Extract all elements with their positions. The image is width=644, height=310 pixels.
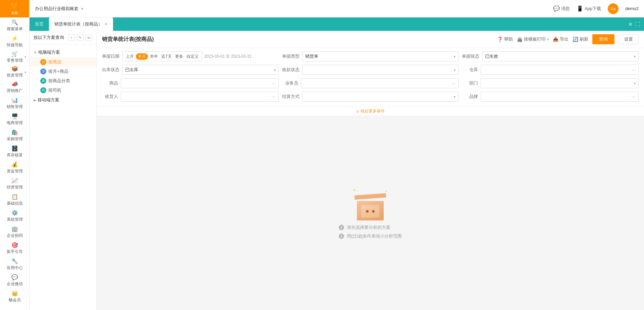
warehouse-input[interactable]: ··· bbox=[481, 65, 639, 75]
preset-custom[interactable]: 自定义 bbox=[185, 53, 200, 60]
settlement-label: 结算方式 bbox=[282, 94, 302, 100]
receiver-input[interactable]: ··· bbox=[121, 92, 279, 102]
sidebar-item-label: 采购管理 bbox=[7, 136, 23, 142]
sidebar-item-inventory[interactable]: 🗄️ 库存核算 bbox=[0, 144, 30, 160]
scheme-add-btn[interactable]: + bbox=[68, 34, 75, 41]
sidebar-item-system[interactable]: ⚙️ 系统管理 bbox=[0, 208, 30, 224]
filter-salesperson: 业务员 ··· bbox=[282, 78, 459, 88]
filter-section: 单据日期 上月 本月 本年 近7天 更多 自定义 20 bbox=[97, 48, 644, 116]
receiver-dots[interactable]: ··· bbox=[272, 94, 276, 99]
help-btn[interactable]: ❓ 帮助 bbox=[497, 36, 513, 42]
right-panel: 销货单统计表(按商品) ❓ 帮助 🖨️ 按模板打印 ▾ 📤 导出 bbox=[97, 31, 644, 310]
preset-last-month[interactable]: 上月 bbox=[124, 53, 135, 60]
sidebar-item-appcenter[interactable]: 🔧 应用中心 bbox=[0, 256, 30, 272]
retail-expand-icon: ▼ bbox=[24, 56, 27, 59]
sidebar-item-enterprise[interactable]: 🏢 企业协同 bbox=[0, 224, 30, 240]
refresh-btn[interactable]: 🔄 刷新 bbox=[573, 36, 588, 42]
sidebar-item-label: 零售管理 bbox=[7, 58, 23, 63]
collapse-bar[interactable]: ∧ 收起更多条件 bbox=[97, 106, 644, 116]
sidebar-item-wechat[interactable]: 💬 企业微信 bbox=[0, 272, 30, 289]
sidebar-item-marketing[interactable]: 📣 营销推广 bbox=[0, 79, 30, 95]
scheme-panel-title: 按以下方案查询 bbox=[34, 35, 64, 41]
department-select[interactable]: ▾ bbox=[481, 78, 639, 88]
sidebar-item-sales[interactable]: 📊 销售管理 bbox=[0, 95, 30, 111]
sidebar-item-retail[interactable]: 🛒 零售管理 ▼ bbox=[0, 50, 30, 64]
tab-home[interactable]: 首页 bbox=[30, 17, 49, 31]
bill-type-value: 销货单 bbox=[305, 53, 318, 59]
header-dropdown-arrow[interactable]: ▾ bbox=[81, 6, 83, 11]
stock-status-value: 已出库 bbox=[125, 67, 138, 73]
page-actions: ❓ 帮助 🖨️ 按模板打印 ▾ 📤 导出 🔄 刷新 bbox=[497, 34, 639, 44]
sidebar-item-purchase[interactable]: 🛍️ 采购管理 bbox=[0, 127, 30, 144]
brand-input[interactable]: ··· bbox=[481, 92, 639, 102]
scheme-group-mobile-header[interactable]: ▶ 移动端方案 bbox=[30, 95, 96, 105]
sidebar-item-finance[interactable]: 💰 资金管理 bbox=[0, 160, 30, 176]
print-dropdown-arrow[interactable]: ▾ bbox=[547, 38, 549, 41]
tab-home-label: 首页 bbox=[35, 21, 44, 27]
bill-status-select[interactable]: 已生效 ▾ bbox=[482, 51, 639, 61]
preset-more[interactable]: 更多 bbox=[174, 53, 184, 60]
box-face bbox=[361, 205, 379, 218]
salesperson-dots[interactable]: ··· bbox=[452, 81, 456, 86]
settlement-arrow: ▾ bbox=[454, 95, 455, 99]
sidebar-item-member[interactable]: 👑 畅会员 bbox=[0, 289, 30, 305]
logo-text: 标账 bbox=[11, 11, 18, 15]
bill-status-arrow: ▾ bbox=[634, 55, 636, 58]
empty-illustration: ✦ ✦ bbox=[352, 187, 389, 220]
results-area: ✦ ✦ 1 请先选择要分析的方案 2 用[过滤]条件来缩小分析范围 bbox=[97, 116, 644, 310]
sidebar-item-operations[interactable]: 📈 经营管理 bbox=[0, 176, 30, 192]
hint-num-1: 1 bbox=[339, 225, 344, 230]
header-right: 💬 消息 📱 App下载 Ea demo2 bbox=[553, 3, 639, 14]
collapse-label: 收起更多条件 bbox=[361, 108, 385, 114]
sidebar-item-label: 企业协同 bbox=[7, 233, 23, 239]
setting-btn[interactable]: 设置 bbox=[619, 34, 639, 44]
scheme-child-by-cashier[interactable]: 司 按司机 bbox=[30, 86, 96, 95]
scheme-child-by-product[interactable]: 按 按商品 bbox=[30, 57, 96, 67]
stock-status-select[interactable]: 已出库 ▾ bbox=[122, 65, 279, 75]
date-value: 2023-03-01 至 2023-03-31 bbox=[204, 54, 252, 59]
username-label[interactable]: demo2 bbox=[625, 6, 639, 11]
product-dots[interactable]: ··· bbox=[272, 81, 276, 86]
salesperson-input[interactable]: ··· bbox=[301, 78, 459, 88]
query-btn[interactable]: 查询 bbox=[592, 34, 614, 44]
collapse-icon: ∧ bbox=[356, 109, 359, 114]
tab-close-icon[interactable]: ✕ bbox=[104, 22, 108, 27]
salesperson-label: 业务员 bbox=[282, 80, 301, 86]
current-app-name: 办公用品行业模拟账套 bbox=[35, 6, 78, 12]
sidebar-item-ecommerce[interactable]: 🖥️ 电商管理 bbox=[0, 111, 30, 127]
sidebar-item-wholesale[interactable]: 📦 批发管理 ▲ bbox=[0, 64, 30, 79]
preset-this-year[interactable]: 本年 bbox=[149, 53, 159, 60]
bill-type-select[interactable]: 销货单 ▾ bbox=[302, 51, 459, 61]
export-btn[interactable]: 📤 导出 bbox=[553, 36, 569, 42]
app-download-btn[interactable]: 📱 App下载 bbox=[577, 5, 601, 12]
scheme-group-desktop-header[interactable]: ▼ 电脑端方案 bbox=[30, 47, 96, 57]
maximize-window-icon[interactable]: ⛶ bbox=[635, 21, 640, 27]
message-btn[interactable]: 💬 消息 bbox=[553, 5, 570, 12]
tab-sales-stats[interactable]: 销货单统计表（按商品） ✕ bbox=[49, 17, 113, 31]
filter-row-1: 单据日期 上月 本月 本年 近7天 更多 自定义 20 bbox=[102, 51, 639, 61]
preset-this-month[interactable]: 本月 bbox=[136, 53, 148, 60]
brand-dots[interactable]: ··· bbox=[632, 94, 636, 99]
sidebar-item-search[interactable]: 🔍 搜索菜单 bbox=[0, 17, 30, 34]
sidebar-item-quick-nav[interactable]: ⚡ 快捷导航 bbox=[0, 34, 30, 50]
scheme-edit-btn[interactable]: ✎ bbox=[77, 34, 84, 41]
warehouse-dots[interactable]: ··· bbox=[632, 67, 636, 72]
sidebar-item-basics[interactable]: 📋 基础信息 bbox=[0, 192, 30, 208]
by-category-label: 按商品分类 bbox=[48, 78, 70, 84]
product-label: 商品 bbox=[102, 80, 121, 86]
by-product-label: 按商品 bbox=[48, 59, 61, 65]
scheme-child-by-month-product[interactable]: 月 按月+商品 bbox=[30, 67, 96, 76]
user-avatar[interactable]: Ea bbox=[608, 3, 619, 14]
sidebar-item-newbie[interactable]: 🎯 新手引导 bbox=[0, 240, 30, 256]
sparkle-icon-2: ✦ bbox=[385, 190, 387, 193]
payment-status-select[interactable]: ▾ bbox=[302, 65, 459, 75]
print-btn[interactable]: 🖨️ 按模板打印 ▾ bbox=[517, 36, 549, 42]
sidebar-logo[interactable]: 🧡 标账 bbox=[0, 0, 30, 17]
close-window-icon[interactable]: ✕ bbox=[628, 21, 633, 28]
refresh-label: 刷新 bbox=[580, 36, 588, 42]
product-input[interactable]: ··· bbox=[121, 78, 279, 88]
preset-last-7-days[interactable]: 近7天 bbox=[160, 53, 173, 60]
settlement-select[interactable]: ▾ bbox=[302, 92, 459, 102]
scheme-collapse-btn[interactable]: ≪ bbox=[86, 34, 92, 41]
scheme-child-by-category[interactable]: 类 按商品分类 bbox=[30, 76, 96, 86]
